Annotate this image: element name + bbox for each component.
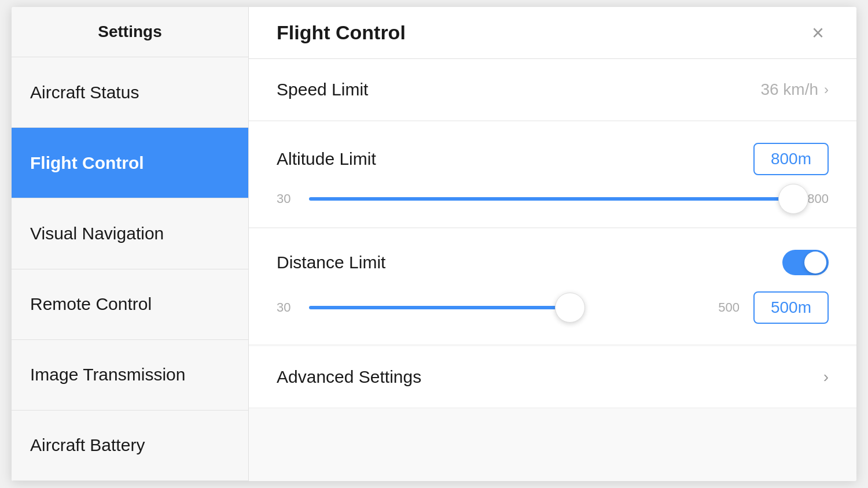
sidebar-item-label-image-transmission: Image Transmission [30,365,185,385]
altitude-slider-track[interactable] [309,197,793,201]
distance-slider-thumb[interactable] [555,293,585,323]
toggle-knob [804,252,826,273]
sidebar-item-label-flight-control: Flight Control [30,153,144,173]
distance-slider-track[interactable] [309,306,704,309]
altitude-slider-thumb[interactable] [778,184,808,214]
sidebar-item-aircraft-status[interactable]: Aircraft Status [12,57,248,128]
close-button[interactable]: × [807,20,829,46]
app-container: Settings Aircraft Status Flight Control … [12,7,856,481]
sidebar: Settings Aircraft Status Flight Control … [12,7,249,481]
distance-slider-min-label: 30 [277,300,295,315]
distance-limit-value: 500m [771,298,811,316]
altitude-slider-min-label: 30 [277,191,295,206]
main-content: Flight Control × Speed Limit 36 km/h › A… [249,7,856,481]
distance-limit-row: Distance Limit [277,250,829,275]
altitude-limit-row: Altitude Limit 800m [277,143,829,175]
sidebar-item-label-aircraft-status: Aircraft Status [30,83,139,102]
advanced-settings-section[interactable]: Advanced Settings › [249,346,856,408]
main-title: Flight Control [277,21,406,44]
distance-limit-value-box[interactable]: 500m [753,291,829,324]
distance-slider-fill [309,306,570,309]
speed-limit-value: 36 km/h [760,80,818,99]
distance-limit-toggle[interactable] [782,250,829,275]
main-header: Flight Control × [249,7,856,59]
altitude-slider-row: 30 800 [277,191,829,206]
sidebar-item-flight-control[interactable]: Flight Control [12,128,248,198]
sidebar-title: Settings [98,23,161,41]
altitude-slider-max-label: 800 [807,191,829,206]
altitude-limit-section: Altitude Limit 800m 30 800 [249,122,856,228]
advanced-settings-chevron-icon: › [823,368,829,386]
altitude-limit-value-box[interactable]: 800m [753,143,829,175]
sidebar-item-visual-navigation[interactable]: Visual Navigation [12,198,248,269]
altitude-limit-value: 800m [771,150,811,168]
sidebar-item-aircraft-battery[interactable]: Aircraft Battery [12,411,248,481]
speed-limit-label: Speed Limit [277,80,368,99]
speed-limit-value-container[interactable]: 36 km/h › [760,80,829,99]
speed-limit-section: Speed Limit 36 km/h › [249,59,856,121]
distance-limit-section: Distance Limit 30 500 500m [249,229,856,345]
distance-slider-mid-label: 500 [718,300,740,315]
sidebar-item-remote-control[interactable]: Remote Control [12,269,248,340]
distance-limit-label: Distance Limit [277,253,385,272]
sidebar-item-image-transmission[interactable]: Image Transmission [12,340,248,411]
advanced-settings-label: Advanced Settings [277,367,421,387]
sidebar-item-label-visual-navigation: Visual Navigation [30,224,164,243]
altitude-limit-label: Altitude Limit [277,149,376,169]
speed-limit-chevron-icon: › [824,82,829,98]
sidebar-item-label-aircraft-battery: Aircraft Battery [30,435,145,455]
sidebar-header: Settings [12,7,248,57]
altitude-slider-fill [309,197,793,201]
distance-slider-row: 30 500 500m [277,291,829,324]
settings-body: Speed Limit 36 km/h › Altitude Limit 800… [249,59,856,481]
sidebar-item-label-remote-control: Remote Control [30,294,152,314]
advanced-settings-row: Advanced Settings › [277,367,829,387]
speed-limit-row: Speed Limit 36 km/h › [277,80,829,99]
